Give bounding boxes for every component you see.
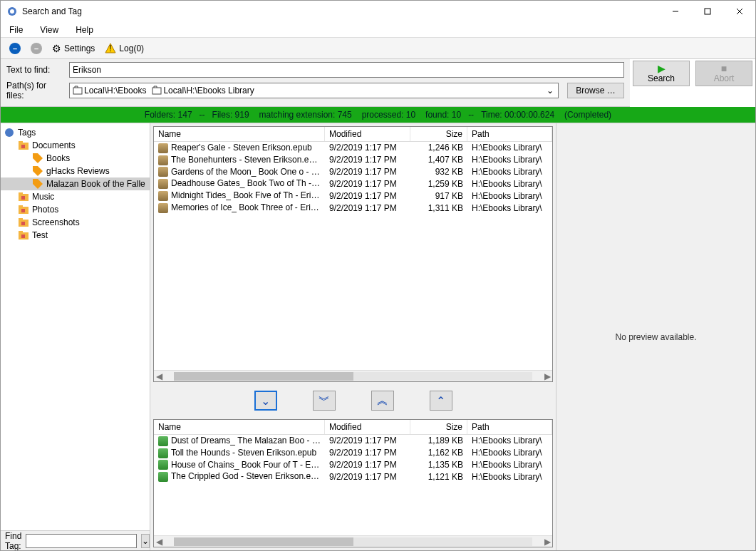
close-button[interactable]: [723, 1, 755, 22]
search-button[interactable]: ▶ Search: [633, 61, 690, 86]
svg-rect-18: [19, 205, 23, 207]
col-header-path[interactable]: Path: [467, 127, 552, 141]
col-header-name[interactable]: Name: [154, 127, 325, 141]
main-content: Tags DocumentsBooksgHacks ReviewsMalazan…: [1, 123, 755, 550]
svg-rect-8: [73, 88, 82, 94]
file-icon: [158, 167, 168, 177]
tree-item[interactable]: Malazan Book of the Falle: [1, 177, 150, 190]
chevron-down-icon[interactable]: ⌄: [544, 86, 556, 96]
table-row[interactable]: Reaper's Gale - Steven Erikson.epub9/2/2…: [154, 142, 552, 154]
folder-icon: [18, 140, 29, 151]
status-processed: processed: 10: [359, 110, 418, 120]
minimize-button[interactable]: [659, 1, 691, 22]
log-label: Log(0): [119, 43, 144, 53]
tree-item[interactable]: Books: [1, 152, 150, 165]
col-header-name-b[interactable]: Name: [154, 420, 325, 434]
svg-rect-9: [152, 88, 161, 94]
menu-file[interactable]: File: [6, 24, 26, 36]
table-row[interactable]: Gardens of the Moon_ Book One o - Erikso…: [154, 166, 552, 178]
path-text-2: Local\H:\Ebooks Library: [163, 86, 254, 96]
results-list-top: Name Modified Size Path Reaper's Gale - …: [153, 126, 553, 382]
file-icon: [158, 143, 168, 153]
svg-rect-3: [705, 9, 710, 14]
scroll-left-icon[interactable]: ◀: [154, 537, 164, 547]
tool-collapse[interactable]: –: [6, 41, 24, 56]
col-header-modified-b[interactable]: Modified: [325, 420, 410, 434]
text-to-find-input[interactable]: [69, 62, 624, 78]
tag-tree: Tags DocumentsBooksgHacks ReviewsMalazan…: [1, 123, 150, 530]
abort-button: ■ Abort: [695, 61, 752, 86]
tree-item[interactable]: Screenshots: [1, 216, 150, 229]
file-icon: [158, 191, 168, 201]
col-header-modified[interactable]: Modified: [325, 127, 410, 141]
status-time: Time: 00:00:00.624: [478, 110, 557, 120]
tag-icon: [32, 165, 43, 177]
move-down-button[interactable]: ⌄: [254, 391, 277, 411]
tree-item[interactable]: Photos: [1, 203, 150, 216]
tree-item[interactable]: Test: [1, 229, 150, 242]
h-scrollbar-bottom[interactable]: ◀ ▶: [154, 535, 552, 547]
tree-root-tags[interactable]: Tags: [1, 126, 150, 139]
settings-button[interactable]: ⚙Settings: [49, 41, 98, 56]
file-icon: [158, 448, 168, 458]
table-row[interactable]: Toll the Hounds - Steven Erikson.epub9/2…: [154, 447, 552, 459]
table-row[interactable]: Midnight Tides_ Book Five of Th - Erikso…: [154, 190, 552, 202]
minus-blue-icon: –: [9, 43, 21, 54]
app-window: Search and Tag File View Help – – ⚙Setti…: [0, 0, 756, 551]
tree-item[interactable]: Documents: [1, 139, 150, 152]
move-all-down-button[interactable]: ︾: [313, 391, 336, 411]
tags-icon: [4, 127, 15, 138]
browse-button[interactable]: Browse …: [567, 83, 624, 98]
col-header-size[interactable]: Size: [410, 127, 467, 141]
play-icon: ▶: [658, 63, 666, 73]
menu-help[interactable]: Help: [73, 24, 96, 36]
status-files: Files: 919: [209, 110, 252, 120]
folder-icon: [18, 217, 29, 228]
tree-item-label: Documents: [32, 140, 76, 150]
scroll-right-icon[interactable]: ▶: [542, 537, 552, 547]
table-row[interactable]: Memories of Ice_ Book Three of - Erikson…: [154, 202, 552, 214]
table-row[interactable]: House of Chains_ Book Four of T - Erikso…: [154, 459, 552, 471]
tool-collapse-disabled: –: [28, 41, 45, 56]
find-tag-dropdown[interactable]: ⌄: [141, 534, 150, 548]
folder-icon: [18, 191, 29, 202]
table-row[interactable]: The Bonehunters - Steven Erikson.epub9/2…: [154, 154, 552, 166]
svg-rect-22: [21, 222, 25, 225]
center-panel: Name Modified Size Path Reaper's Gale - …: [150, 123, 556, 550]
svg-rect-12: [19, 141, 23, 143]
maximize-button[interactable]: [691, 1, 723, 22]
h-scrollbar-top[interactable]: ◀ ▶: [154, 370, 552, 381]
sidebar: Tags DocumentsBooksgHacks ReviewsMalazan…: [1, 123, 150, 550]
table-row[interactable]: Deadhouse Gates_ Book Two of Th - Erikso…: [154, 177, 552, 190]
tree-item-label: Photos: [32, 205, 58, 215]
find-tag-input[interactable]: [26, 534, 137, 548]
file-icon: [158, 436, 168, 446]
log-button[interactable]: ! Log(0): [102, 41, 147, 56]
col-header-size-b[interactable]: Size: [410, 420, 467, 434]
text-to-find-label: Text to find:: [6, 65, 63, 75]
svg-rect-24: [19, 231, 23, 233]
tree-item-label: gHacks Reviews: [46, 166, 110, 176]
svg-point-1: [10, 9, 14, 14]
tree-item[interactable]: gHacks Reviews: [1, 165, 150, 177]
table-row[interactable]: The Crippled God - Steven Erikson.epub9/…: [154, 470, 552, 483]
stop-icon: ■: [721, 63, 727, 73]
table-row[interactable]: Dust of Dreams_ The Malazan Boo - Steven…: [154, 435, 552, 447]
gear-icon: ⚙: [52, 43, 61, 54]
tree-item[interactable]: Music: [1, 190, 150, 203]
svg-rect-15: [19, 192, 23, 195]
preview-panel: No preview available.: [556, 123, 755, 550]
move-all-up-button[interactable]: ︽: [371, 391, 394, 411]
minus-gray-icon: –: [31, 43, 42, 54]
status-bar: Folders: 147-- Files: 919 matching exten…: [1, 107, 755, 123]
scroll-left-icon[interactable]: ◀: [154, 371, 164, 381]
scroll-right-icon[interactable]: ▶: [542, 371, 552, 381]
preview-text: No preview available.: [615, 332, 696, 342]
paths-combo[interactable]: Local\H:\Ebooks Local\H:\Ebooks Library …: [69, 83, 559, 98]
status-completed: (Completed): [561, 110, 614, 120]
move-up-button[interactable]: ⌃: [430, 391, 452, 411]
tree-root-label: Tags: [18, 128, 36, 138]
menu-view[interactable]: View: [37, 24, 61, 36]
tree-item-label: Music: [32, 192, 54, 202]
col-header-path-b[interactable]: Path: [467, 420, 552, 434]
